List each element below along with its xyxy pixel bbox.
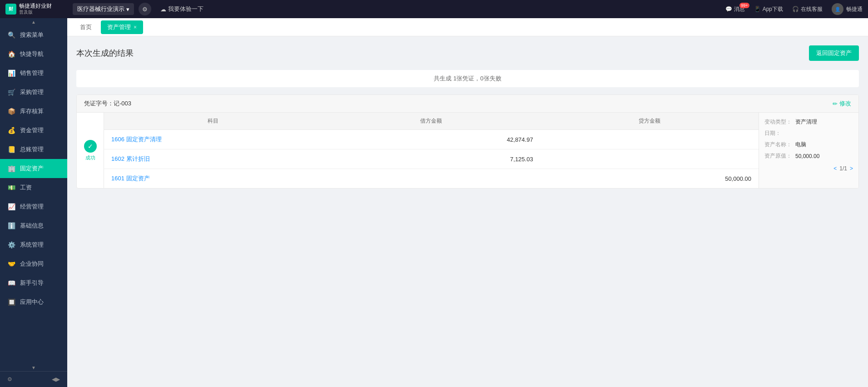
success-text: 成功 <box>85 154 95 161</box>
scroll-up-button[interactable]: ▲ <box>0 18 67 25</box>
row1-subject[interactable]: 1606 固定资产清理 <box>104 130 322 149</box>
settings-icon[interactable]: ⚙ <box>139 3 151 15</box>
sidebar-item-fixed-assets-label: 固定资产 <box>20 164 44 173</box>
sidebar-item-finance[interactable]: 💰 资金管理 <box>0 121 67 140</box>
sidebar-item-ledger[interactable]: 📒 总账管理 <box>0 140 67 159</box>
sidebar-item-sales[interactable]: 📊 销售管理 <box>0 64 67 83</box>
pagination: < 1/1 > <box>764 165 853 172</box>
sidebar-item-finance-label: 资金管理 <box>20 126 44 134</box>
home-icon: 🏠 <box>7 50 15 58</box>
sidebar-item-system-label: 系统管理 <box>20 241 44 249</box>
table-with-status: ✓ 成功 科目 借方金额 贷方金额 1606 固定资产清理 <box>77 113 759 188</box>
company-name: 医疗器械行业演示 <box>77 5 124 13</box>
next-page-button[interactable]: > <box>850 165 853 172</box>
inventory-icon: 📦 <box>7 107 15 115</box>
voucher-table: ✓ 成功 科目 借方金额 贷方金额 1606 固定资产清理 <box>77 113 858 188</box>
sidebar: ▲ 🔍 搜索菜单 🏠 快捷导航 📊 销售管理 🛒 采购管理 📦 库存核算 <box>0 18 67 387</box>
sales-icon: 📊 <box>7 69 15 77</box>
sidebar-item-guide[interactable]: 📖 新手引导 <box>0 273 67 293</box>
voucher-card: 凭证字号：记-003 ✏ 修改 ✓ 成功 <box>76 94 859 189</box>
sidebar-item-enterprise[interactable]: 🤝 企业协同 <box>0 254 67 273</box>
logo-text-group: 畅捷通好业财 普及版 <box>19 3 52 15</box>
logo-text: 畅捷通好业财 <box>19 3 52 9</box>
company-selector[interactable]: 医疗器械行业演示 ▾ <box>73 3 134 15</box>
user-area[interactable]: 👤 畅捷通 <box>832 3 863 15</box>
row3-credit: 50,000.00 <box>541 170 759 188</box>
row3-debit <box>322 173 540 184</box>
tab-home[interactable]: 首页 <box>74 23 97 31</box>
table-main: 科目 借方金额 贷方金额 1606 固定资产清理 42,874.97 1602 … <box>104 113 759 188</box>
phone-icon: 📱 <box>754 6 761 12</box>
sidebar-item-basic-info[interactable]: ℹ️ 基础信息 <box>0 216 67 235</box>
avatar: 👤 <box>832 3 843 15</box>
sidebar-item-ledger-label: 总账管理 <box>20 145 44 154</box>
edit-icon: ✏ <box>833 100 838 107</box>
sidebar-item-search[interactable]: 🔍 搜索菜单 <box>0 25 67 45</box>
app-center-icon: 🔲 <box>7 298 15 306</box>
page-indicator: 1/1 <box>839 165 847 172</box>
voucher-number: 凭证字号：记-003 <box>84 99 131 108</box>
logo-area: 财 畅捷通好业财 普及版 <box>5 3 73 15</box>
app-download-label: App下载 <box>763 5 783 13</box>
row2-subject[interactable]: 1602 累计折旧 <box>104 149 322 169</box>
sidebar-item-inventory[interactable]: 📦 库存核算 <box>0 102 67 121</box>
page-content: 本次生成的结果 返回固定资产 共生成 1张凭证，0张失败 凭证字号：记-003 … <box>67 36 868 387</box>
scroll-down-button[interactable]: ▼ <box>0 364 67 371</box>
purchase-icon: 🛒 <box>7 88 15 96</box>
ledger-icon: 📒 <box>7 145 15 154</box>
customer-service-action[interactable]: 🎧 在线客服 <box>792 5 823 13</box>
tab-asset-management[interactable]: 资产管理 × <box>101 20 143 34</box>
sidebar-item-enterprise-label: 企业协同 <box>20 260 44 268</box>
sidebar-item-guide-label: 新手引导 <box>20 279 44 287</box>
customer-service-label: 在线客服 <box>801 5 823 13</box>
row2-credit <box>541 154 759 164</box>
edit-button[interactable]: ✏ 修改 <box>833 99 851 108</box>
change-type-value: 资产清理 <box>795 118 817 126</box>
sidebar-item-basic-info-label: 基础信息 <box>20 222 44 230</box>
prev-page-button[interactable]: < <box>833 165 837 172</box>
message-icon: 💬 <box>725 6 732 12</box>
basic-info-icon: ℹ️ <box>7 222 15 230</box>
page-title: 本次生成的结果 <box>76 48 134 59</box>
app-download-action[interactable]: 📱 App下载 <box>754 5 783 13</box>
success-icon: ✓ <box>84 140 97 153</box>
header-debit: 借方金额 <box>322 113 540 129</box>
return-button[interactable]: 返回固定资产 <box>809 45 859 61</box>
headset-icon: 🎧 <box>792 6 799 12</box>
sidebar-item-app-center[interactable]: 🔲 应用中心 <box>0 293 67 312</box>
sidebar-nav: 🔍 搜索菜单 🏠 快捷导航 📊 销售管理 🛒 采购管理 📦 库存核算 💰 <box>0 25 67 364</box>
asset-name-label: 资产名称： <box>764 141 792 149</box>
username: 畅捷通 <box>846 5 863 13</box>
table-header: 科目 借方金额 贷方金额 <box>104 113 759 130</box>
header-subject: 科目 <box>104 113 322 129</box>
sidebar-item-inventory-label: 库存核算 <box>20 107 44 115</box>
header-credit: 贷方金额 <box>541 113 759 129</box>
sidebar-collapse-icon[interactable]: ◀▶ <box>52 376 60 382</box>
page-title-row: 本次生成的结果 返回固定资产 <box>76 45 859 61</box>
success-column: ✓ 成功 <box>77 113 104 188</box>
sidebar-item-fixed-assets[interactable]: 🏢 固定资产 <box>0 159 67 178</box>
sidebar-item-operations[interactable]: 📈 经营管理 <box>0 197 67 216</box>
dropdown-icon: ▾ <box>126 6 129 13</box>
operations-icon: 📈 <box>7 203 15 211</box>
sidebar-settings-icon[interactable]: ⚙ <box>7 376 12 382</box>
search-icon: 🔍 <box>7 31 15 39</box>
logo-icon: 财 <box>5 4 16 15</box>
original-value-value: 50,000.00 <box>795 153 819 159</box>
row3-subject[interactable]: 1601 固定资产 <box>104 169 322 188</box>
tab-close-button[interactable]: × <box>134 24 137 30</box>
sidebar-item-quick-nav[interactable]: 🏠 快捷导航 <box>0 45 67 64</box>
right-actions: 💬 消息 99+ 📱 App下载 🎧 在线客服 👤 畅捷通 <box>725 3 863 15</box>
sidebar-item-operations-label: 经营管理 <box>20 203 44 211</box>
sidebar-item-system[interactable]: ⚙️ 系统管理 <box>0 235 67 254</box>
side-panel-content: 变动类型： 资产清理 日期： 资产名称： 电脑 <box>759 113 858 177</box>
change-type-row: 变动类型： 资产清理 <box>764 118 853 126</box>
side-panel: 变动类型： 资产清理 日期： 资产名称： 电脑 <box>759 113 858 188</box>
change-type-label: 变动类型： <box>764 118 792 126</box>
sidebar-item-payroll[interactable]: 💵 工资 <box>0 178 67 197</box>
date-label: 日期： <box>764 129 781 137</box>
sidebar-item-purchase[interactable]: 🛒 采购管理 <box>0 83 67 102</box>
experience-button[interactable]: ☁ 我要体验一下 <box>160 5 203 13</box>
guide-icon: 📖 <box>7 279 15 287</box>
messages-action[interactable]: 💬 消息 99+ <box>725 5 745 13</box>
